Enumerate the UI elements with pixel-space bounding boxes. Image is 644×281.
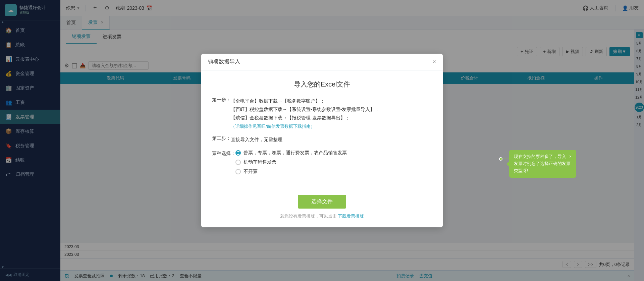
step2-text: 直接导入文件，无需整理: [231, 135, 282, 144]
radio-group: 普票，专票，卷票，通行费发票，农产品销售发票 机动车销售发票 不开票: [235, 150, 347, 178]
radio-3-circle: [235, 169, 241, 174]
tooltip-popup: × 现在支持的票种多了，导入发票时别忘了选择正确的发票类型呀!: [509, 150, 576, 177]
radio-item-1[interactable]: 普票，专票，卷票，通行费发票，农产品销售发票: [235, 150, 347, 156]
step2-row: 第二步： 直接导入文件，无需整理: [212, 135, 432, 144]
radio-item-2[interactable]: 机动车销售发票: [235, 159, 347, 165]
note-text: 若您没有发票模版，可以点击: [280, 214, 337, 219]
radio-1-label: 普票，专票，卷票，通行费发票，农产品销售发票: [244, 150, 347, 156]
step1-label: 第一步：: [212, 97, 231, 130]
radio-1-circle: [235, 150, 241, 156]
modal-close-btn[interactable]: ×: [432, 58, 436, 65]
download-template-link[interactable]: 下载发票模版: [338, 214, 364, 219]
modal-header: 销项数据导入 ×: [201, 54, 443, 70]
select-file-button[interactable]: 选择文件: [298, 195, 346, 209]
modal-note: 若您没有发票模版，可以点击 下载发票模版: [212, 213, 432, 219]
step2-label: 第二步：: [212, 135, 231, 144]
step1-lines: 【全电平台】数据下载→【税务数字账户】； 【百旺】税控盘数据下载→【系统设置-系…: [231, 97, 379, 130]
radio-1-dot: [236, 152, 238, 154]
tooltip-text: 现在支持的票种多了，导入发票时别忘了选择正确的发票类型呀!: [514, 154, 571, 173]
radio-2-circle: [235, 160, 241, 165]
step1-content: 第一步： 【全电平台】数据下载→【税务数字账户】； 【百旺】税控盘数据下载→【系…: [212, 97, 432, 130]
step1-line-1: 【全电平台】数据下载→【税务数字账户】；: [231, 97, 379, 105]
modal-main-title: 导入您的Excel文件: [212, 80, 432, 89]
tooltip-dot: [499, 157, 502, 161]
step1-line-2: 【百旺】税控盘数据下载→【系统设置-系统参数设置-发票批量导入】；: [231, 105, 379, 114]
modal-footer: 选择文件 若您没有发票模版，可以点击 下载发票模版: [201, 189, 443, 227]
radio-2-label: 机动车销售发票: [244, 159, 276, 165]
modal-body: 导入您的Excel文件 第一步： 【全电平台】数据下载→【税务数字账户】； 【百…: [201, 70, 443, 190]
step2-content: 第二步： 直接导入文件，无需整理: [212, 135, 432, 144]
step1-row: 第一步： 【全电平台】数据下载→【税务数字账户】； 【百旺】税控盘数据下载→【系…: [212, 97, 432, 130]
step1-line-3: 【航信】金税盘数据下载→【报税管理-发票数据导出】；: [231, 114, 379, 122]
radio-3-label: 不开票: [244, 169, 258, 175]
ticket-select-row: 票种选择： 普票，专票，卷票，通行费发票，农产品销售发票 机动车销售发票: [212, 150, 432, 178]
modal-overlay: 销项数据导入 × 导入您的Excel文件 第一步： 【全电平台】数据下载→【税务…: [0, 0, 644, 281]
step1-link[interactable]: （详细操作见百旺/航信发票数据下载指南）: [231, 123, 379, 129]
radio-item-3[interactable]: 不开票: [235, 169, 347, 175]
ticket-label: 票种选择：: [212, 150, 235, 157]
tooltip-close-btn[interactable]: ×: [569, 153, 572, 160]
modal-title: 销项数据导入: [208, 58, 240, 65]
import-modal: 销项数据导入 × 导入您的Excel文件 第一步： 【全电平台】数据下载→【税务…: [201, 54, 443, 228]
